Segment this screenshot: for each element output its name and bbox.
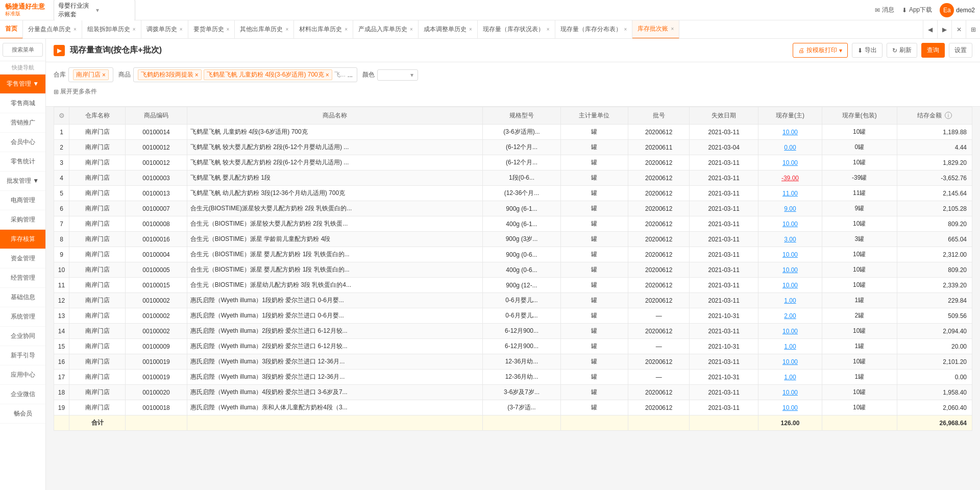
tab-need-goods-close[interactable]: × [227, 27, 230, 32]
sidebar-item-marketing[interactable]: 营销推广 [0, 113, 45, 133]
qty-main-link[interactable]: 2.00 [784, 312, 796, 320]
amount-info-icon[interactable]: i [945, 112, 952, 119]
qty-main-link[interactable]: 3.00 [784, 236, 796, 243]
workspace-dropdown[interactable]: 母婴行业演示账套 ▾ [54, 0, 135, 21]
qty-main-link[interactable]: 1.00 [784, 343, 796, 350]
tab-need-goods[interactable]: 要货单历史 × [188, 20, 235, 39]
qty-main-link[interactable]: 11.00 [782, 190, 798, 197]
product-more-indicator[interactable]: 飞... [334, 70, 346, 79]
qty-main-link[interactable]: 1.00 [784, 297, 796, 304]
sidebar-item-member-label: 会员中心 [3, 138, 43, 146]
cell-name: 惠氏启陛（Wyeth illuma）4段奶粉 爱尔兰进口 3-6岁及7... [187, 385, 482, 400]
quick-nav-area[interactable]: 快捷导航 [0, 61, 45, 75]
tab-material-out-close[interactable]: × [345, 27, 348, 32]
query-btn[interactable]: 查询 [921, 43, 945, 58]
warehouse-tag-group[interactable]: 南岸门店 × [68, 67, 113, 82]
col-settings-icon[interactable]: ⚙ [59, 112, 65, 119]
product-tag-group[interactable]: 飞鹤奶粉3段两提装 × 飞鹤星飞帆 儿童奶粉 4段(3-6岁适用) 700克 ×… [133, 67, 357, 82]
tab-cost-adjust-close[interactable]: × [469, 27, 472, 32]
tab-other-out-close[interactable]: × [285, 27, 288, 32]
qty-main-link[interactable]: 10.00 [782, 220, 798, 228]
cell-expire: 2021-03-11 [690, 354, 758, 370]
sidebar-item-sys-mgmt[interactable]: 系统管理 [0, 307, 45, 327]
color-tag-group[interactable]: ▾ [377, 69, 418, 81]
cell-name: 飞鹤星飞帆 婴儿配方奶粉 1段 [187, 170, 482, 186]
sidebar-item-enterprise-wechat[interactable]: 企业微信 [0, 385, 45, 404]
tab-home[interactable]: 首页 [0, 20, 23, 39]
print-btn[interactable]: 🖨 按模板打印 ▾ [793, 43, 848, 58]
qty-main-link[interactable]: 10.00 [782, 358, 798, 365]
sidebar-item-base-info[interactable]: 基础信息 [0, 288, 45, 307]
tab-product-in-close[interactable]: × [410, 27, 413, 32]
qty-main-link[interactable]: 10.00 [782, 266, 798, 274]
table-row: 9 南岸门店 00100004 合生元（BIOSTIME）派星 婴儿配方奶粉 1… [54, 247, 972, 262]
sidebar-item-member[interactable]: 会员中心 [0, 133, 45, 152]
sidebar-item-vip[interactable]: 畅会员 [0, 404, 45, 424]
sidebar-item-purchase[interactable]: 采购管理 [0, 210, 45, 230]
qty-main-link[interactable]: 10.00 [782, 389, 798, 396]
qty-main-link[interactable]: 10.00 [782, 328, 798, 335]
qty-main-link[interactable]: 1.00 [784, 374, 796, 381]
tab-more-btn[interactable]: ⊞ [966, 20, 980, 39]
qty-main-link[interactable]: -39.00 [781, 175, 799, 182]
qty-main-link[interactable]: 10.00 [782, 251, 798, 258]
settings-btn[interactable]: 设置 [949, 43, 972, 58]
qty-main-link[interactable]: 10.00 [782, 404, 798, 411]
qty-main-link[interactable]: 10.00 [782, 129, 798, 136]
tab-prev-btn[interactable]: ◀ [923, 20, 937, 39]
tab-stock-status[interactable]: 现存量（库存状况表） × [478, 20, 555, 39]
tab-close-all-btn[interactable]: ✕ [951, 20, 966, 39]
tab-material-out[interactable]: 材料出库单历史 × [294, 20, 353, 39]
sidebar-item-operation[interactable]: 经营管理 [0, 268, 45, 288]
export-btn[interactable]: ⬇ 导出 [852, 43, 883, 58]
tab-split-stock[interactable]: 分量盘点单历史 × [23, 20, 82, 39]
table-row: 11 南岸门店 00100015 合生元（BIOSTIME）派星幼儿配方奶粉 3… [54, 278, 972, 293]
tab-cost-adjust[interactable]: 成本调整单历史 × [419, 20, 478, 39]
sidebar-item-retail-mall[interactable]: 零售商城 [0, 94, 45, 113]
expand-conditions-btn[interactable]: ⊞ 展开更多条件 [54, 85, 972, 99]
tab-disassemble-label: 组装拆卸单历史 [87, 25, 130, 34]
qty-main-link[interactable]: 0.00 [784, 144, 796, 151]
table-row: 2 南岸门店 00100012 飞鹤星飞帆 较大婴儿配方奶粉 2段(6-12个月… [54, 140, 972, 155]
color-dropdown-icon[interactable]: ▾ [410, 71, 413, 79]
tab-split-stock-close[interactable]: × [74, 27, 77, 32]
app-download-btn[interactable]: ⬇ App下载 [902, 6, 932, 14]
qty-main-link[interactable]: 10.00 [782, 159, 798, 166]
sidebar-item-finance[interactable]: 资金管理 [0, 249, 45, 268]
user-area[interactable]: Ea demo2 [940, 3, 975, 17]
table-row: 19 南岸门店 00100018 惠氏启陛（Wyeth illuma）亲和人体儿… [54, 400, 972, 415]
tab-batch-voucher[interactable]: 库存批次账 × [632, 20, 679, 39]
refresh-btn[interactable]: ↻ 刷新 [887, 43, 917, 58]
print-dropdown-arrow[interactable]: ▾ [839, 47, 842, 54]
tab-batch-voucher-close[interactable]: × [671, 26, 674, 32]
message-btn[interactable]: ✉ 消息 [875, 6, 894, 14]
cell-unit: 罐 [560, 262, 628, 278]
qty-main-link[interactable]: 10.00 [782, 282, 798, 289]
toggle-sidebar-btn[interactable]: ▶ [54, 45, 65, 56]
search-menu-btn[interactable]: 搜索菜单 [3, 43, 43, 57]
tab-disassemble[interactable]: 组装拆卸单历史 × [82, 20, 141, 39]
sidebar-item-ecommerce[interactable]: 电商管理 [0, 191, 45, 210]
tab-disassemble-close[interactable]: × [133, 27, 136, 32]
product-tag-2-label: 飞鹤星飞帆 儿童奶粉 4段(3-6岁适用) 700克 [207, 70, 324, 79]
sidebar-item-wholesale[interactable]: 批发管理 ▼ [0, 172, 45, 191]
tab-other-out[interactable]: 其他出库单历史 × [235, 20, 294, 39]
tab-stock-dist-close[interactable]: × [624, 27, 627, 32]
sidebar-item-enterprise[interactable]: 企业协同 [0, 327, 45, 346]
tab-transfer-close[interactable]: × [180, 27, 183, 32]
product-tag-1-remove[interactable]: × [195, 71, 199, 79]
tab-product-in[interactable]: 产成品入库单历史 × [353, 20, 419, 39]
sidebar-item-app-center[interactable]: 应用中心 [0, 365, 45, 385]
product-tag-2-remove[interactable]: × [326, 71, 329, 79]
warehouse-tag-remove[interactable]: × [102, 71, 106, 79]
sidebar-item-new-guide[interactable]: 新手引导 [0, 346, 45, 365]
tab-next-btn[interactable]: ▶ [937, 20, 951, 39]
tab-stock-status-close[interactable]: × [547, 27, 550, 32]
tab-transfer[interactable]: 调拨单历史 × [141, 20, 188, 39]
cell-code: 00100007 [126, 201, 187, 216]
tab-stock-dist[interactable]: 现存量（库存分布表） × [555, 20, 633, 39]
sidebar-item-inventory[interactable]: 库存核算 [0, 230, 45, 249]
qty-main-link[interactable]: 9.00 [784, 205, 796, 212]
sidebar-item-retail-stats[interactable]: 零售统计 [0, 152, 45, 172]
sidebar-item-retail-mgmt[interactable]: 零售管理 ▼ [0, 75, 45, 94]
